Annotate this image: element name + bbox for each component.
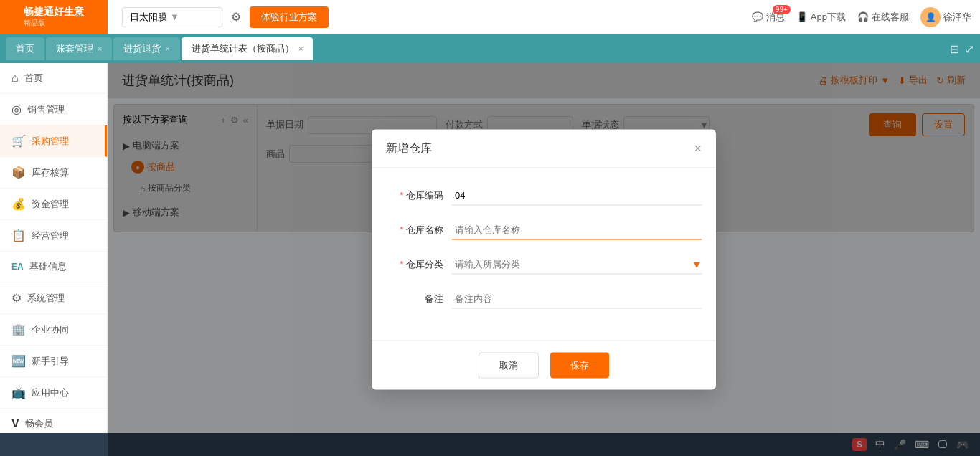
sidebar-item-purchase[interactable]: 🛒 采购管理 [0, 125, 107, 157]
sidebar-item-appcenter[interactable]: 📺 应用中心 [0, 377, 107, 409]
warehouse-code-input[interactable] [452, 186, 702, 206]
dialog-body: * 仓库编码 * 仓库名称 * 仓库分类 [372, 168, 716, 341]
tab-home[interactable]: 首页 [6, 37, 44, 60]
category-select-wrapper: ▼ [452, 255, 702, 275]
mobile-icon: 📱 [796, 11, 808, 22]
sidebar-item-vip-label: 畅会员 [25, 417, 53, 430]
sidebar-item-inventory[interactable]: 📦 库存核算 [0, 157, 107, 189]
sales-icon: ◎ [11, 103, 22, 116]
basic-icon: EA [11, 262, 24, 272]
tab-purchase-return-label: 进货退货 [123, 42, 161, 55]
form-row-name: * 仓库名称 [386, 220, 702, 240]
tab-purchase-stats[interactable]: 进货单统计表（按商品） × [182, 37, 313, 60]
save-button[interactable]: 保存 [550, 353, 609, 379]
message-icon: 💬 [752, 11, 763, 22]
main-layout: ⌂ 首页 ◎ 销售管理 🛒 采购管理 📦 库存核算 💰 资金管理 📋 经营管理 … [0, 63, 980, 456]
cancel-button[interactable]: 取消 [479, 353, 539, 379]
dialog-footer: 取消 保存 [372, 341, 716, 390]
name-required-star: * [400, 224, 406, 235]
avatar: 👤 [920, 7, 941, 27]
sidebar-item-purchase-label: 采购管理 [32, 135, 69, 148]
tab-bar: 首页 账套管理 × 进货退货 × 进货单统计表（按商品） × ⊟ ⤢ [0, 34, 980, 63]
headset-icon: 🎧 [857, 11, 869, 22]
online-service-nav-item[interactable]: 🎧 在线客服 [857, 11, 909, 24]
sidebar-item-operation[interactable]: 📋 经营管理 [0, 220, 107, 252]
enterprise-icon: 🏢 [11, 323, 26, 336]
dialog-close-icon[interactable]: × [694, 141, 702, 156]
messages-nav-item[interactable]: 💬 消息 99+ [752, 11, 785, 24]
sidebar-item-guide[interactable]: 🆕 新手引导 [0, 346, 107, 377]
tab-purchase-return[interactable]: 进货退货 × [113, 37, 179, 60]
finance-icon: 💰 [11, 197, 26, 211]
home-icon: ⌂ [11, 72, 19, 85]
tab-purchase-return-close-icon[interactable]: × [165, 44, 169, 53]
appcenter-icon: 📺 [11, 386, 26, 399]
username-label: 徐泽华 [943, 11, 971, 24]
store-name: 日太阳膜 [130, 11, 167, 24]
dropdown-arrow-icon: ▼ [170, 11, 179, 22]
sidebar-item-inventory-label: 库存核算 [32, 166, 69, 179]
settings-icon[interactable]: ⚙ [228, 7, 244, 27]
logo: 畅捷通好生意 精品版 [0, 0, 108, 34]
tab-home-label: 首页 [16, 42, 34, 55]
maximize-window-icon[interactable]: ⤢ [965, 42, 974, 56]
dialog-header: 新增仓库 × [372, 130, 716, 168]
operation-icon: 📋 [11, 229, 26, 242]
new-warehouse-dialog: 新增仓库 × * 仓库编码 * 仓库名称 [372, 130, 716, 390]
tab-account-management[interactable]: 账套管理 × [46, 37, 112, 60]
vip-icon: V [11, 417, 19, 430]
tab-account-label: 账套管理 [56, 42, 93, 55]
warehouse-note-input[interactable] [452, 289, 702, 309]
logo-edition: 精品版 [24, 18, 84, 28]
form-row-code: * 仓库编码 [386, 186, 702, 206]
sidebar-item-guide-label: 新手引导 [32, 355, 69, 368]
sidebar-item-system-label: 系统管理 [27, 292, 65, 305]
category-label: * 仓库分类 [386, 258, 443, 271]
restore-window-icon[interactable]: ⊟ [950, 42, 959, 56]
sidebar-item-basic[interactable]: EA 基础信息 [0, 252, 107, 282]
form-row-category: * 仓库分类 ▼ [386, 255, 702, 275]
sidebar-item-sales[interactable]: ◎ 销售管理 [0, 94, 107, 125]
sidebar-item-finance-label: 资金管理 [32, 198, 69, 211]
trial-button[interactable]: 体验行业方案 [250, 6, 329, 28]
sidebar-item-operation-label: 经营管理 [32, 229, 69, 242]
store-selector[interactable]: 日太阳膜 ▼ [122, 7, 222, 27]
top-navbar: 畅捷通好生意 精品版 日太阳膜 ▼ ⚙ 体验行业方案 💬 消息 99+ 📱 Ap… [0, 0, 980, 34]
warehouse-name-input[interactable] [452, 220, 702, 240]
user-nav-item[interactable]: 👤 徐泽华 [920, 7, 971, 27]
content-area: 进货单统计(按商品) 🖨 按模板打印 ▼ ⬇ 导出 ↻ 刷新 [108, 63, 980, 456]
system-icon: ⚙ [11, 291, 22, 305]
sidebar-item-enterprise-label: 企业协同 [32, 323, 69, 336]
name-label: * 仓库名称 [386, 224, 443, 237]
sidebar-item-finance[interactable]: 💰 资金管理 [0, 189, 107, 220]
top-right-actions: 💬 消息 99+ 📱 App下载 🎧 在线客服 👤 徐泽华 [752, 7, 971, 27]
app-download-nav-item[interactable]: 📱 App下载 [796, 11, 846, 24]
category-select-input[interactable] [452, 255, 692, 274]
code-label: * 仓库编码 [386, 189, 443, 202]
tab-purchase-stats-label: 进货单统计表（按商品） [192, 42, 294, 55]
tab-purchase-stats-close-icon[interactable]: × [298, 44, 303, 53]
sidebar-item-sales-label: 销售管理 [27, 103, 65, 116]
message-badge: 99+ [773, 5, 791, 14]
category-required-star: * [400, 259, 406, 270]
category-dropdown-icon[interactable]: ▼ [692, 258, 702, 270]
app-download-label: App下载 [811, 11, 846, 24]
sidebar-item-basic-label: 基础信息 [29, 260, 67, 273]
inventory-icon: 📦 [11, 166, 26, 179]
tab-window-actions: ⊟ ⤢ [950, 42, 974, 56]
dialog-title: 新增仓库 [386, 141, 432, 156]
code-required-star: * [400, 190, 406, 201]
guide-icon: 🆕 [11, 354, 26, 368]
sidebar-item-home-label: 首页 [24, 72, 43, 85]
sidebar-item-home[interactable]: ⌂ 首页 [0, 63, 107, 94]
avatar-icon: 👤 [925, 12, 936, 22]
logo-brand: 畅捷通好生意 [24, 6, 84, 18]
form-row-note: 备注 [386, 289, 702, 309]
online-service-label: 在线客服 [872, 11, 909, 24]
note-label: 备注 [386, 293, 443, 305]
sidebar: ⌂ 首页 ◎ 销售管理 🛒 采购管理 📦 库存核算 💰 资金管理 📋 经营管理 … [0, 63, 108, 456]
sidebar-item-appcenter-label: 应用中心 [32, 386, 69, 399]
sidebar-item-system[interactable]: ⚙ 系统管理 [0, 282, 107, 314]
sidebar-item-enterprise[interactable]: 🏢 企业协同 [0, 314, 107, 346]
tab-account-close-icon[interactable]: × [98, 44, 102, 53]
